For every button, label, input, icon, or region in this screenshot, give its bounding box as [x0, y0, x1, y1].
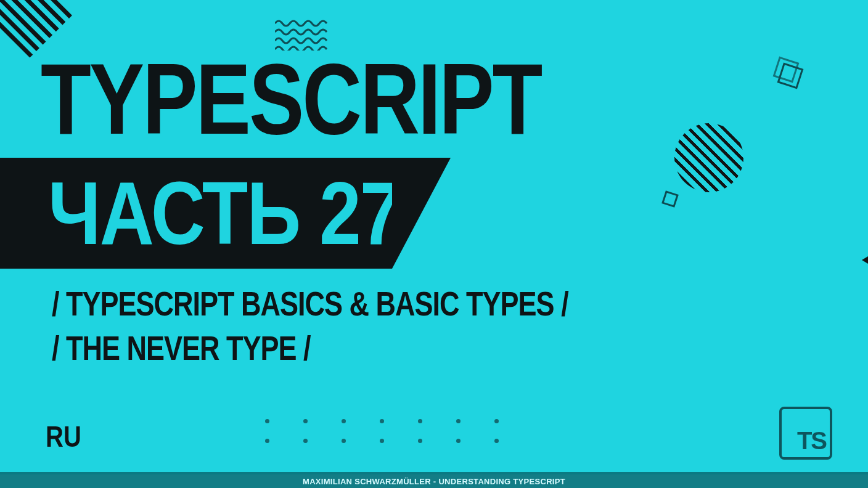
slide-title: TYPESCRIPT [41, 54, 541, 145]
hatched-circle-decoration [674, 123, 743, 192]
dot-grid-decoration [265, 419, 499, 444]
subtitle-line-2: / THE NEVER TYPE / [52, 330, 311, 366]
typescript-badge-label: TS [797, 427, 826, 455]
square-outline-decoration [661, 190, 679, 208]
footer-text: MAXIMILIAN SCHWARZMÜLLER - UNDERSTANDING… [303, 477, 565, 486]
language-tag: RU [46, 420, 81, 453]
footer-stripe: MAXIMILIAN SCHWARZMÜLLER - UNDERSTANDING… [0, 472, 868, 488]
typescript-badge: TS [779, 407, 832, 460]
part-banner: ЧАСТЬ 27 [0, 158, 392, 269]
triangle-decoration [862, 244, 868, 276]
part-banner-text: ЧАСТЬ 27 [48, 162, 401, 264]
subtitle-line-1: / TYPESCRIPT BASICS & BASIC TYPES / [52, 286, 568, 322]
